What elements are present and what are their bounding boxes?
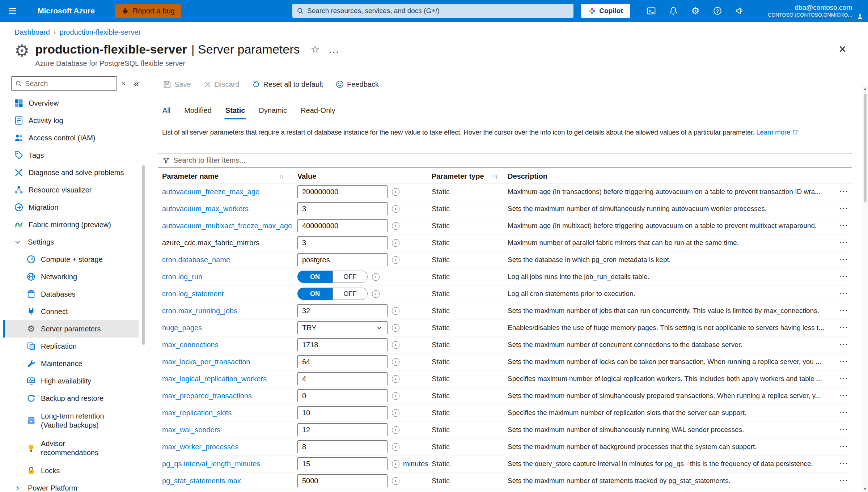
parameter-link-cron-log-run[interactable]: cron.log_run — [162, 273, 202, 281]
page-scrollbar[interactable]: ▲ ▼ — [862, 85, 868, 492]
parameter-link-autovacuum-max-workers[interactable]: autovacuum_max_workers — [162, 205, 249, 213]
row-menu-button[interactable]: ··· — [835, 357, 852, 366]
discard-button[interactable]: Discard — [203, 80, 240, 89]
notifications-icon[interactable] — [665, 3, 681, 19]
parameter-link-cron-database-name[interactable]: cron.database_name — [162, 256, 230, 264]
parameter-link-max-replication-slots[interactable]: max_replication_slots — [162, 409, 232, 417]
parameter-link-max-connections[interactable]: max_connections — [162, 341, 219, 349]
info-icon[interactable]: i — [392, 409, 399, 417]
value-input-cron-max-running-jobs[interactable] — [297, 304, 388, 317]
close-blade-button[interactable]: × — [839, 43, 846, 56]
copilot-button[interactable]: Copilot — [581, 4, 630, 18]
value-toggle-cron-log-statement[interactable]: ONOFF — [297, 288, 368, 300]
sidebar-item-backup-and-restore[interactable]: Backup and restore — [3, 390, 139, 407]
info-icon[interactable]: i — [392, 443, 399, 451]
toggle-on[interactable]: ON — [297, 288, 333, 300]
row-menu-button[interactable]: ··· — [835, 238, 852, 247]
row-menu-button[interactable]: ··· — [835, 221, 852, 230]
row-menu-button[interactable]: ··· — [835, 425, 852, 434]
parameter-link-max-locks-per-transaction[interactable]: max_locks_per_transaction — [162, 358, 250, 366]
tab-static[interactable]: Static — [225, 106, 245, 115]
value-input-pg-qs-interval-length-minutes[interactable] — [297, 457, 388, 470]
toggle-off[interactable]: OFF — [333, 288, 368, 300]
tab-dynamic[interactable]: Dynamic — [258, 106, 287, 115]
info-icon[interactable]: i — [392, 188, 399, 196]
settings-icon[interactable]: ⚙ — [687, 3, 703, 19]
sidebar-item-diagnose-and-solve-problems[interactable]: Diagnose and solve problems — [3, 164, 139, 181]
parameter-link-huge-pages[interactable]: huge_pages — [162, 324, 202, 332]
value-input-max-worker-processes[interactable] — [297, 440, 388, 453]
info-icon[interactable]: i — [392, 256, 399, 264]
value-input-max-logical-replication-workers[interactable] — [297, 372, 388, 385]
value-input-autovacuum-max-workers[interactable] — [297, 202, 388, 215]
sidebar-item-long-term-retention-vaulted-backups[interactable]: Long-term retention (Vaulted backups) — [3, 407, 139, 434]
info-icon[interactable]: i — [392, 375, 399, 383]
feedback-icon[interactable] — [732, 3, 748, 19]
value-input-max-wal-senders[interactable] — [297, 423, 388, 436]
parameter-link-cron-max-running-jobs[interactable]: cron.max_running_jobs — [162, 307, 237, 315]
value-input-cron-database-name[interactable] — [297, 253, 388, 266]
value-input-max-connections[interactable] — [297, 338, 388, 351]
row-menu-button[interactable]: ··· — [835, 255, 852, 264]
sidebar-item-databases[interactable]: Databases — [3, 285, 139, 303]
row-menu-button[interactable]: ··· — [835, 289, 852, 298]
parameter-link-max-worker-processes[interactable]: max_worker_processes — [162, 443, 238, 451]
value-input-pg-stat-statements-max[interactable] — [297, 474, 388, 487]
filter-input[interactable] — [173, 156, 847, 165]
sidebar-item-locks[interactable]: Locks — [3, 462, 139, 479]
avatar-icon[interactable] — [856, 13, 864, 20]
info-icon[interactable]: i — [392, 324, 399, 332]
sidebar-collapse-icon[interactable]: « — [134, 80, 139, 87]
sidebar-item-networking[interactable]: Networking — [3, 268, 139, 285]
parameter-link-max-prepared-transactions[interactable]: max_prepared_transactions — [162, 392, 252, 400]
value-input-azure-cdc-max-fabric-mirrors[interactable] — [297, 236, 388, 249]
toggle-off[interactable]: OFF — [333, 271, 368, 283]
tab-read-only[interactable]: Read-Only — [300, 106, 336, 115]
scroll-up-icon[interactable]: ▲ — [863, 86, 867, 91]
favorite-star-icon[interactable]: ☆ — [311, 43, 320, 55]
row-menu-button[interactable]: ··· — [835, 187, 852, 196]
row-menu-button[interactable]: ··· — [835, 204, 852, 213]
info-icon[interactable]: i — [392, 222, 399, 230]
help-icon[interactable]: ? — [710, 3, 725, 19]
value-input-max-prepared-transactions[interactable] — [297, 389, 388, 402]
sidebar-item-activity-log[interactable]: Activity log — [3, 112, 139, 129]
info-icon[interactable]: i — [392, 341, 399, 349]
info-icon[interactable]: i — [372, 290, 380, 298]
value-input-autovacuum-freeze-max-age[interactable] — [297, 185, 388, 198]
parameter-link-max-wal-senders[interactable]: max_wal_senders — [162, 426, 220, 434]
more-actions-icon[interactable]: … — [329, 46, 339, 53]
info-icon[interactable]: i — [392, 358, 399, 366]
sidebar-group-power-platform[interactable]: Power Platform — [3, 479, 139, 492]
parameter-link-cron-log-statement[interactable]: cron.log_statement — [162, 290, 224, 298]
info-icon[interactable]: i — [372, 273, 380, 281]
reset-all-to-default-button[interactable]: Reset all to default — [251, 80, 324, 89]
save-button[interactable]: Save — [162, 80, 192, 89]
sidebar-search-input[interactable] — [25, 80, 121, 88]
sidebar-item-migration[interactable]: Migration — [3, 199, 139, 216]
info-icon[interactable]: i — [392, 426, 399, 434]
brand-title[interactable]: Microsoft Azure — [38, 0, 95, 22]
parameter-link-pg-qs-interval-length-minutes[interactable]: pg_qs.interval_length_minutes — [162, 460, 260, 468]
sidebar-item-high-availability[interactable]: High availability — [3, 372, 139, 390]
row-menu-button[interactable]: ··· — [835, 272, 852, 281]
sidebar-item-access-control-iam[interactable]: Access control (IAM) — [3, 129, 139, 147]
sidebar-item-server-parameters[interactable]: ⚙Server parameters — [3, 320, 139, 338]
sidebar-search-clear-icon[interactable]: × — [122, 80, 126, 88]
info-icon[interactable]: i — [392, 392, 399, 400]
row-menu-button[interactable]: ··· — [835, 306, 852, 315]
report-a-bug-button[interactable]: Report a bug — [115, 4, 181, 18]
scroll-down-icon[interactable]: ▼ — [863, 487, 867, 491]
sidebar-item-resource-visualizer[interactable]: Resource visualizer — [3, 181, 139, 199]
parameter-link-max-logical-replication-workers[interactable]: max_logical_replication_workers — [162, 375, 267, 383]
breadcrumb-dashboard[interactable]: Dashboard — [14, 28, 50, 37]
info-icon[interactable]: i — [392, 307, 399, 315]
cloud-shell-icon[interactable] — [643, 3, 659, 19]
info-icon[interactable]: i — [392, 239, 399, 247]
parameter-link-pg-stat-statements-max[interactable]: pg_stat_statements.max — [162, 477, 241, 485]
sidebar-item-fabric-mirroring-preview[interactable]: Fabric mirroring (preview) — [3, 216, 139, 233]
tab-modified[interactable]: Modified — [184, 106, 212, 115]
info-icon[interactable]: i — [392, 205, 399, 213]
column-header-parameter-name[interactable]: Parameter name ↑↓ — [162, 172, 297, 181]
sidebar-item-compute-storage[interactable]: Compute + storage — [3, 251, 139, 268]
